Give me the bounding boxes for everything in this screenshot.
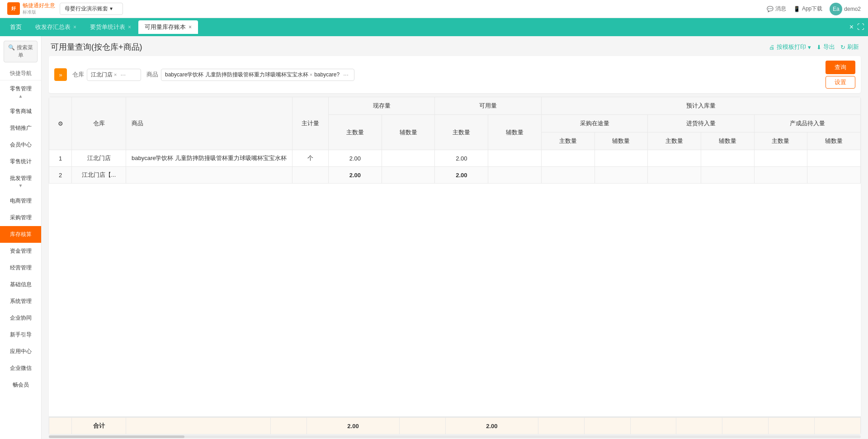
app-download-button[interactable]: 📱 App下载 bbox=[793, 5, 822, 13]
sidebar-item-member[interactable]: 会员中心 bbox=[0, 137, 41, 153]
sidebar-item-apps-label: 应用中心 bbox=[10, 348, 32, 355]
sidebar-item-marketing[interactable]: 营销推广 bbox=[0, 120, 41, 137]
product-tag-1: babycare学饮杯 儿童防摔防撞吸管杯重力球吸嘴杯宝宝水杯 × bbox=[165, 71, 312, 79]
row2-available-aux bbox=[488, 167, 542, 184]
row2-product-main bbox=[754, 167, 807, 184]
footer-empty-2 bbox=[126, 418, 271, 434]
expand-icon[interactable]: ⛶ bbox=[857, 23, 864, 31]
sidebar-item-retail-stats-label: 零售统计 bbox=[10, 158, 32, 165]
export-button[interactable]: ⬇ 导出 bbox=[816, 43, 835, 51]
page-title: 可用量查询(按仓库+商品) bbox=[51, 42, 142, 52]
tab-order-close[interactable]: × bbox=[128, 24, 131, 30]
sidebar-item-inventory[interactable]: 库存核算 bbox=[0, 226, 41, 243]
footer-empty-3 bbox=[271, 418, 307, 434]
sidebar-item-quick-nav[interactable]: 快捷导航 bbox=[0, 67, 41, 80]
page-actions: 🖨 按模板打印 ▾ ⬇ 导出 ↻ 刷新 bbox=[769, 43, 859, 51]
refresh-label: 刷新 bbox=[847, 43, 859, 51]
th-settings-icon[interactable]: ⚙ bbox=[49, 97, 72, 150]
sidebar-item-system[interactable]: 系统管理 bbox=[0, 293, 41, 310]
sidebar-item-enterprise[interactable]: 企业协同 bbox=[0, 310, 41, 326]
query-button[interactable]: 查询 bbox=[826, 61, 855, 74]
sidebar-item-newbie[interactable]: 新手引导 bbox=[0, 326, 41, 343]
product-filter-label: 商品 bbox=[146, 71, 158, 79]
horizontal-scrollbar bbox=[42, 434, 868, 439]
th-warehouse: 仓库 bbox=[72, 97, 126, 150]
close-all-icon[interactable]: × bbox=[849, 23, 854, 31]
sidebar-item-wholesale-mgmt-label: 批发管理 bbox=[10, 175, 32, 182]
th-current-aux: 辅数量 bbox=[382, 115, 435, 150]
th-current-stock: 现存量 bbox=[329, 97, 435, 115]
industry-selector[interactable]: 母婴行业演示账套 ▾ bbox=[60, 3, 123, 15]
sidebar-item-finance[interactable]: 资金管理 bbox=[0, 243, 41, 260]
th-product-aux: 辅数量 bbox=[807, 132, 861, 150]
row1-product-aux bbox=[807, 150, 861, 167]
message-button[interactable]: 💬 消息 bbox=[767, 5, 786, 13]
tab-available[interactable]: 可用量库存账本 × bbox=[138, 20, 198, 34]
warehouse-filter-label: 仓库 bbox=[72, 71, 84, 79]
row2-product-aux bbox=[807, 167, 861, 184]
row1-purchase-transit-main bbox=[541, 150, 594, 167]
data-table: ⚙ 仓库 商品 主计量 现存量 可用量 预计入库量 主数量 辅数量 bbox=[49, 97, 861, 184]
sidebar-item-basic-label: 基础信息 bbox=[10, 281, 32, 288]
refresh-button[interactable]: ↻ 刷新 bbox=[840, 43, 859, 51]
warehouse-filter-group: 仓库 江北门店 × ··· bbox=[72, 69, 141, 81]
search-menu-button[interactable]: 🔍 搜索菜单 bbox=[4, 41, 38, 62]
user-menu[interactable]: Ea demo2 bbox=[830, 3, 861, 15]
industry-label: 母婴行业演示账套 bbox=[65, 5, 108, 13]
row2-purchase-transit-main bbox=[541, 167, 594, 184]
sidebar-item-retail-mall[interactable]: 零售商城 bbox=[0, 103, 41, 120]
row1-incoming-aux bbox=[701, 150, 754, 167]
th-available-main: 主数量 bbox=[435, 115, 488, 150]
footer-p3 bbox=[676, 418, 722, 434]
message-icon: 💬 bbox=[767, 6, 774, 12]
warehouse-input[interactable]: 江北门店 × ··· bbox=[87, 69, 141, 81]
scrollbar-thumb[interactable] bbox=[49, 435, 184, 438]
sidebar-item-purchase[interactable]: 采购管理 bbox=[0, 209, 41, 226]
tab-available-close[interactable]: × bbox=[189, 24, 192, 30]
brand-sub: 标准版 bbox=[23, 9, 55, 15]
sidebar-item-wechat-label: 企业微信 bbox=[10, 364, 32, 372]
sidebar-item-retail-stats[interactable]: 零售统计 bbox=[0, 153, 41, 170]
row2-unit bbox=[292, 167, 329, 184]
product-more-icon[interactable]: ··· bbox=[341, 71, 350, 78]
topbar-left: 好 畅捷通好生意 标准版 母婴行业演示账套 ▾ bbox=[7, 2, 123, 15]
logo-area: 好 畅捷通好生意 标准版 bbox=[7, 2, 55, 15]
footer-empty-1 bbox=[49, 418, 72, 434]
tab-order[interactable]: 要货单统计表 × bbox=[84, 20, 137, 34]
row1-current-aux bbox=[382, 150, 435, 167]
sidebar-item-operation[interactable]: 经营管理 bbox=[0, 260, 41, 276]
filter-toggle-button[interactable]: » bbox=[54, 68, 67, 81]
table-row: 1 江北门店 babycare学饮杯 儿童防摔防撞吸管杯重力球吸嘴杯宝宝水杯 个… bbox=[49, 150, 861, 167]
sidebar-item-purchase-label: 采购管理 bbox=[10, 214, 32, 222]
table-body: 1 江北门店 babycare学饮杯 儿童防摔防撞吸管杯重力球吸嘴杯宝宝水杯 个… bbox=[49, 150, 861, 184]
tab-receive-close[interactable]: × bbox=[73, 24, 76, 30]
tab-available-label: 可用量库存账本 bbox=[145, 23, 186, 31]
row1-seq: 1 bbox=[49, 150, 72, 167]
th-available-aux: 辅数量 bbox=[488, 115, 542, 150]
row1-product-main bbox=[754, 150, 807, 167]
tab-receive[interactable]: 收发存汇总表 × bbox=[29, 20, 83, 34]
product-tag-2: babycare? bbox=[314, 71, 340, 78]
warehouse-more-icon[interactable]: ··· bbox=[118, 71, 127, 78]
tab-home[interactable]: 首页 bbox=[4, 20, 28, 34]
avatar: Ea bbox=[830, 3, 842, 15]
sidebar-item-vip[interactable]: 畅会员 bbox=[0, 377, 41, 393]
warehouse-tag-remove[interactable]: × bbox=[114, 72, 117, 77]
brand-text: 畅捷通好生意 bbox=[23, 2, 55, 9]
product-input[interactable]: babycare学饮杯 儿童防摔防撞吸管杯重力球吸嘴杯宝宝水杯 × babyca… bbox=[161, 69, 354, 81]
sidebar-item-ecommerce[interactable]: 电商管理 bbox=[0, 193, 41, 209]
content-area: 可用量查询(按仓库+商品) 🖨 按模板打印 ▾ ⬇ 导出 ↻ 刷新 bbox=[42, 36, 868, 439]
sidebar-item-apps[interactable]: 应用中心 bbox=[0, 343, 41, 360]
print-button[interactable]: 🖨 按模板打印 ▾ bbox=[769, 43, 811, 51]
product-tag1-remove[interactable]: × bbox=[310, 72, 312, 77]
row1-product: babycare学饮杯 儿童防摔防撞吸管杯重力球吸嘴杯宝宝水杯 bbox=[126, 150, 292, 167]
sidebar-item-wholesale-mgmt[interactable]: 批发管理 ▼ bbox=[0, 170, 41, 193]
sidebar-item-inventory-label: 库存核算 bbox=[10, 231, 32, 238]
settings-button[interactable]: 设置 bbox=[826, 76, 855, 89]
th-incoming: 进货待入量 bbox=[648, 115, 754, 132]
sidebar-item-basic[interactable]: 基础信息 bbox=[0, 276, 41, 293]
sidebar-item-enterprise-label: 企业协同 bbox=[10, 314, 32, 322]
th-available: 可用量 bbox=[435, 97, 541, 115]
sidebar-item-retail-mgmt[interactable]: 零售管理 ▲ bbox=[0, 80, 41, 103]
sidebar-item-wechat[interactable]: 企业微信 bbox=[0, 360, 41, 377]
